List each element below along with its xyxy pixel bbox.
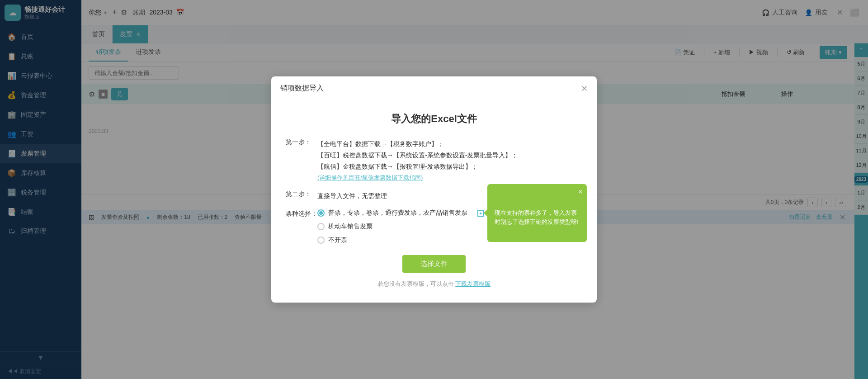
radio-general-circle (317, 209, 325, 217)
step1-line-1: 【全电平台】数据下载→【税务数字账户】； (317, 138, 518, 150)
radio-none[interactable]: 不开票 (317, 236, 483, 244)
radio-vehicle-label: 机动车销售发票 (328, 223, 373, 231)
modal-title: 销项数据导入 (280, 84, 324, 93)
radio-general-label: 普票，专票，卷票，通行费发票，农产品销售发票 (328, 209, 467, 217)
sales-import-modal: 销项数据导入 ✕ 导入您的Excel文件 第一步： 【全电平台】数据下载→【税务… (271, 76, 597, 303)
radio-vehicle-circle (317, 223, 325, 230)
step1-line-2: 【百旺】税控盘数据下载→【系统设置-系统参数设置-发票批量导入】； (317, 150, 518, 161)
radio-vehicle[interactable]: 机动车销售发票 (317, 223, 483, 231)
tooltip-arrow (484, 209, 487, 217)
tooltip-anchor: ✕ 现在支持的票种多了，导入发票时别忘了选择正确的发票类型呀! (478, 209, 483, 217)
select-file-button[interactable]: 选择文件 (402, 255, 466, 273)
modal-header: 销项数据导入 ✕ (271, 76, 597, 101)
tooltip-close-btn[interactable]: ✕ (578, 187, 583, 197)
step1-content: 【全电平台】数据下载→【税务数字账户】； 【百旺】税控盘数据下载→【系统设置-系… (317, 138, 518, 183)
download-template-link[interactable]: 下载发票模版 (455, 280, 491, 287)
tooltip-box: ✕ 现在支持的票种多了，导入发票时别忘了选择正确的发票类型呀! (487, 184, 587, 242)
ticket-select-label: 票种选择： (286, 209, 317, 218)
radio-none-circle (317, 237, 325, 244)
ticket-section: 票种选择： 普票，专票，卷票，通行费发票，农产品销售发票 ✕ 现在支 (286, 209, 582, 244)
tooltip-text: 现在支持的票种多了，导入发票时别忘了选择正确的发票类型呀! (495, 209, 579, 226)
radio-general[interactable]: 普票，专票，卷票，通行费发票，农产品销售发票 ✕ 现在支持的票种多了，导入发票时… (317, 209, 483, 217)
step1-row: 第一步： 【全电平台】数据下载→【税务数字账户】； 【百旺】税控盘数据下载→【系… (286, 138, 582, 183)
step1-line-3: 【航信】金税盘数据下载→【报税管理-发票数据导出】； (317, 161, 518, 172)
modal-close-btn[interactable]: ✕ (581, 84, 588, 94)
modal-btn-row: 选择文件 (286, 255, 582, 273)
modal-main-title: 导入您的Excel文件 (286, 112, 582, 126)
step1-guide-link[interactable]: (详细操作见百旺/航信发票数据下载指南) (317, 172, 518, 183)
modal-overlay: 销项数据导入 ✕ 导入您的Excel文件 第一步： 【全电平台】数据下载→【税务… (0, 0, 868, 379)
tooltip-dot (478, 211, 483, 216)
radio-group: 普票，专票，卷票，通行费发票，农产品销售发票 ✕ 现在支持的票种多了，导入发票时… (317, 209, 483, 244)
step2-label: 第二步： (286, 190, 317, 202)
modal-footer-note: 若您没有发票模版，可以点击 下载发票模版 (286, 280, 582, 292)
step2-content: 直接导入文件，无需整理 (317, 190, 387, 202)
radio-none-label: 不开票 (328, 236, 347, 244)
modal-body: 导入您的Excel文件 第一步： 【全电平台】数据下载→【税务数字账户】； 【百… (271, 101, 597, 303)
step1-label: 第一步： (286, 138, 317, 183)
